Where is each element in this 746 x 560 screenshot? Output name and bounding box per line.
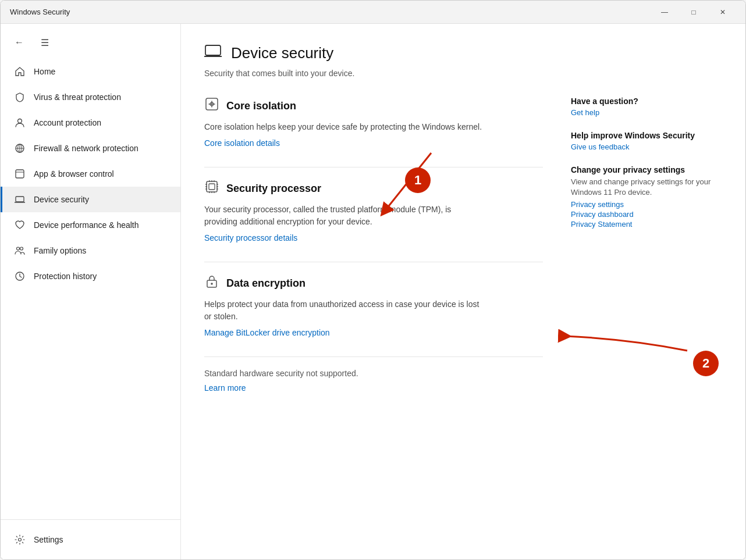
data-encryption-title: Data encryption bbox=[226, 277, 305, 290]
title-bar: Windows Security — □ ✕ bbox=[1, 1, 745, 24]
home-icon bbox=[14, 66, 26, 77]
data-encryption-icon bbox=[204, 274, 219, 293]
privacy-settings-link[interactable]: Privacy settings bbox=[571, 200, 722, 209]
sidebar-item-performance-label: Device performance & health bbox=[34, 220, 139, 230]
svg-point-7 bbox=[20, 247, 23, 250]
sidebar-item-settings[interactable]: Settings bbox=[1, 527, 180, 552]
have-question-title: Have a question? bbox=[571, 97, 722, 106]
sidebar-item-device-security[interactable]: Device security bbox=[1, 187, 180, 212]
standard-hw-text: Standard hardware security not supported… bbox=[204, 369, 543, 378]
sidebar-item-home[interactable]: Home bbox=[1, 59, 180, 84]
sidebar-top: ← ☰ bbox=[1, 28, 180, 56]
data-encryption-desc: Helps protect your data from unauthorize… bbox=[204, 298, 484, 323]
side-section-improve: Help improve Windows Security Give us fe… bbox=[571, 131, 722, 151]
side-section-privacy: Change your privacy settings View and ch… bbox=[571, 165, 722, 229]
security-processor-header: Security processor bbox=[204, 179, 543, 198]
sidebar-item-device-security-label: Device security bbox=[34, 195, 89, 204]
sidebar-bottom: Settings bbox=[1, 519, 180, 559]
sidebar-item-settings-label: Settings bbox=[34, 535, 63, 544]
sidebar-item-family-label: Family options bbox=[34, 246, 86, 255]
security-processor-desc: Your security processor, called the trus… bbox=[204, 204, 484, 228]
heart-icon bbox=[14, 219, 26, 231]
minimize-button[interactable]: — bbox=[651, 3, 678, 22]
window: Windows Security — □ ✕ ← ☰ Home bbox=[0, 0, 746, 560]
window-controls: — □ ✕ bbox=[651, 3, 736, 22]
page-subtitle: Security that comes built into your devi… bbox=[204, 69, 722, 78]
svg-rect-14 bbox=[209, 184, 215, 190]
page-title: Device security bbox=[231, 44, 333, 62]
side-section-help: Have a question? Get help bbox=[571, 97, 722, 117]
page-header-icon bbox=[204, 42, 222, 64]
svg-point-0 bbox=[18, 119, 22, 123]
svg-rect-13 bbox=[207, 181, 217, 192]
security-processor-title: Security processor bbox=[226, 183, 321, 195]
sidebar-item-virus-label: Virus & threat protection bbox=[34, 92, 121, 102]
section-security-processor: Security processor Your security process… bbox=[204, 179, 543, 243]
give-feedback-link[interactable]: Give us feedback bbox=[571, 142, 722, 151]
core-isolation-icon bbox=[204, 97, 219, 115]
sidebar-item-app-label: App & browser control bbox=[34, 169, 114, 179]
core-isolation-link[interactable]: Core isolation details bbox=[204, 138, 280, 148]
person-icon bbox=[14, 117, 26, 129]
svg-rect-3 bbox=[16, 170, 24, 178]
firewall-icon bbox=[14, 142, 26, 154]
divider-3 bbox=[204, 356, 543, 357]
svg-point-28 bbox=[211, 283, 213, 285]
sidebar-item-firewall-label: Firewall & network protection bbox=[34, 144, 138, 153]
divider-2 bbox=[204, 262, 543, 262]
sidebar-item-home-label: Home bbox=[34, 67, 55, 76]
core-isolation-header: Core isolation bbox=[204, 97, 543, 115]
svg-rect-10 bbox=[205, 45, 221, 55]
divider-1 bbox=[204, 167, 543, 167]
svg-point-6 bbox=[17, 247, 20, 250]
sidebar-item-family[interactable]: Family options bbox=[1, 238, 180, 263]
learn-more-link[interactable]: Learn more bbox=[204, 383, 246, 393]
privacy-dashboard-link[interactable]: Privacy dashboard bbox=[571, 210, 722, 219]
close-button[interactable]: ✕ bbox=[709, 3, 736, 22]
sidebar-panel: Have a question? Get help Help improve W… bbox=[571, 97, 722, 393]
section-data-encryption: Data encryption Helps protect your data … bbox=[204, 274, 543, 338]
sidebar: ← ☰ Home Virus & threat protection bbox=[1, 24, 181, 559]
main-content: 1 2 bbox=[181, 24, 745, 559]
data-encryption-header: Data encryption bbox=[204, 274, 543, 293]
help-improve-title: Help improve Windows Security bbox=[571, 131, 722, 140]
sidebar-item-history-label: Protection history bbox=[34, 272, 97, 281]
sidebar-item-history[interactable]: Protection history bbox=[1, 263, 180, 289]
sidebar-item-account-label: Account protection bbox=[34, 118, 101, 127]
app-body: ← ☰ Home Virus & threat protection bbox=[1, 24, 745, 559]
section-core-isolation: Core isolation Core isolation helps keep… bbox=[204, 97, 543, 148]
privacy-statement-link[interactable]: Privacy Statement bbox=[571, 220, 722, 229]
svg-point-9 bbox=[19, 538, 22, 541]
maximize-button[interactable]: □ bbox=[680, 3, 707, 22]
page-header: Device security bbox=[204, 42, 722, 64]
history-icon bbox=[14, 270, 26, 282]
sidebar-item-app[interactable]: App & browser control bbox=[1, 161, 180, 187]
family-icon bbox=[14, 245, 26, 256]
settings-icon bbox=[14, 534, 26, 545]
svg-rect-5 bbox=[16, 197, 24, 202]
core-isolation-title: Core isolation bbox=[226, 100, 296, 112]
core-isolation-desc: Core isolation helps keep your device sa… bbox=[204, 121, 484, 133]
security-processor-link[interactable]: Security processor details bbox=[204, 233, 297, 242]
sidebar-nav: Home Virus & threat protection Account p… bbox=[1, 56, 180, 519]
data-encryption-link[interactable]: Manage BitLocker drive encryption bbox=[204, 328, 330, 337]
laptop-icon bbox=[14, 194, 26, 205]
sidebar-item-firewall[interactable]: Firewall & network protection bbox=[1, 135, 180, 161]
privacy-desc: View and change privacy settings for you… bbox=[571, 177, 722, 198]
menu-button[interactable]: ☰ bbox=[35, 33, 54, 52]
sidebar-item-account[interactable]: Account protection bbox=[1, 110, 180, 135]
sidebar-item-performance[interactable]: Device performance & health bbox=[1, 212, 180, 238]
shield-icon bbox=[14, 91, 26, 103]
window-title: Windows Security bbox=[10, 8, 651, 16]
content-layout: Core isolation Core isolation helps keep… bbox=[204, 97, 722, 393]
privacy-title: Change your privacy settings bbox=[571, 165, 722, 174]
get-help-link[interactable]: Get help bbox=[571, 108, 722, 117]
back-button[interactable]: ← bbox=[10, 33, 29, 52]
sidebar-item-virus[interactable]: Virus & threat protection bbox=[1, 84, 180, 110]
app-icon bbox=[14, 168, 26, 180]
security-processor-icon bbox=[204, 179, 219, 198]
main-sections: Core isolation Core isolation helps keep… bbox=[204, 97, 543, 393]
